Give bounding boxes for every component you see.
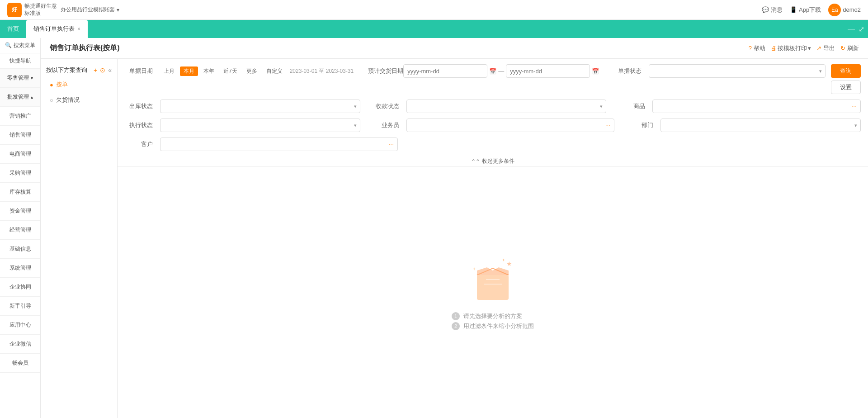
sidebar-item-retail[interactable]: 零售管理 ▾ — [0, 69, 40, 88]
salesperson-field[interactable]: ··· — [406, 119, 615, 132]
scheme-item-by-order[interactable]: ● 按单 — [41, 77, 117, 92]
help-button[interactable]: ? 帮助 — [749, 44, 765, 52]
dept-select[interactable] — [660, 119, 861, 132]
top-bar: 好 畅捷通好生意 标准版 办公用品行业模拟账套 ▾ 💬 消息 📱 App下载 E… — [0, 0, 868, 20]
empty-illustration: ★ ✦ ✦ — [466, 252, 520, 307]
status-label: 单据状态 — [613, 67, 645, 75]
sidebar-item-app-center[interactable]: 应用中心 — [0, 316, 40, 335]
sidebar-search[interactable]: 🔍 搜索菜单 — [0, 38, 40, 53]
left-panel-header: 按以下方案查询 + ⊙ « — [41, 63, 117, 77]
download-icon: 📱 — [790, 6, 797, 13]
user-menu[interactable]: Ea demo2 — [828, 4, 861, 16]
exec-status-label: 执行状态 — [125, 121, 156, 129]
page-actions: ? 帮助 🖨 按模板打印 ▾ ↗ 导出 ↻ 刷新 — [749, 44, 859, 52]
salesperson-label: 业务员 — [371, 121, 403, 129]
delivery-status-select[interactable] — [160, 100, 360, 113]
date-tab-7days[interactable]: 近7天 — [220, 66, 241, 76]
tab-bar: 首页 销售订单执行表 × — ⤢ — [0, 20, 868, 38]
calendar-start-icon[interactable]: 📅 — [489, 68, 496, 75]
salesperson-more-icon[interactable]: ··· — [605, 122, 611, 129]
sidebar-item-operations[interactable]: 经营管理 — [0, 221, 40, 240]
empty-state: ★ ✦ ✦ 1 请先选择要分析的方案 — [118, 166, 868, 418]
dept-label: 部门 — [625, 121, 657, 129]
refresh-button[interactable]: ↻ 刷新 — [840, 44, 859, 52]
goods-more-icon[interactable]: ··· — [851, 103, 857, 110]
goods-field[interactable]: ··· — [652, 100, 861, 113]
collapse-button[interactable]: ⌃⌃ 收起更多条件 — [125, 155, 861, 166]
sidebar-item-marketing[interactable]: 营销推广 — [0, 107, 40, 126]
export-icon: ↗ — [816, 45, 821, 52]
date-tab-current-year[interactable]: 本年 — [200, 66, 218, 76]
calendar-end-icon[interactable]: 📅 — [592, 68, 599, 75]
sidebar-item-purchase[interactable]: 采购管理 — [0, 164, 40, 183]
scheme-item-shortage[interactable]: ○ 欠货情况 — [41, 92, 117, 108]
app-dropdown[interactable]: 办公用品行业模拟账套 ▾ — [61, 6, 119, 14]
expected-date-label: 预计交货日期 — [368, 67, 400, 75]
sidebar-item-sales[interactable]: 销售管理 — [0, 126, 40, 145]
app-download-button[interactable]: 📱 App下载 — [790, 6, 821, 14]
filter-row-3: 执行状态 业务员 ··· 部门 — [125, 119, 861, 132]
sidebar-item-basic-info[interactable]: 基础信息 — [0, 240, 40, 259]
tab-sales-order[interactable]: 销售订单执行表 × — [26, 20, 88, 38]
sidebar-item-ecommerce[interactable]: 电商管理 — [0, 145, 40, 164]
date-tab-more[interactable]: 更多 — [243, 66, 261, 76]
delivery-status-label: 出库状态 — [125, 102, 156, 110]
status-select[interactable] — [649, 64, 826, 78]
date-tab-current-month[interactable]: 本月 — [180, 66, 198, 76]
add-scheme-button[interactable]: + — [94, 66, 97, 74]
message-button[interactable]: 💬 消息 — [762, 6, 783, 14]
export-button[interactable]: ↗ 导出 — [816, 44, 835, 52]
top-bar-right: 💬 消息 📱 App下载 Ea demo2 — [762, 4, 861, 16]
query-button[interactable]: 查询 — [831, 64, 861, 78]
filter-row-2: 出库状态 收款状态 商品 — [125, 100, 861, 113]
empty-icon-svg: ★ ✦ ✦ — [468, 255, 518, 304]
left-panel: 按以下方案查询 + ⊙ « ● 按单 ○ 欠货情况 — [41, 59, 118, 418]
svg-text:★: ★ — [506, 260, 512, 267]
hint-number-2: 2 — [452, 322, 460, 330]
tab-close-icon[interactable]: × — [77, 26, 80, 32]
expected-date-start[interactable] — [403, 64, 487, 78]
page-header: 销售订单执行表(按单) ? 帮助 🖨 按模板打印 ▾ ↗ 导出 ↻ 刷新 — [41, 38, 868, 59]
exec-status-select[interactable] — [160, 119, 360, 132]
content-body: 按以下方案查询 + ⊙ « ● 按单 ○ 欠货情况 — [41, 59, 868, 418]
sidebar-quick-nav[interactable]: 快捷导航 — [0, 53, 40, 69]
sidebar-item-system[interactable]: 系统管理 — [0, 259, 40, 278]
left-panel-actions: + ⊙ « — [94, 66, 112, 74]
logo-icon: 好 — [7, 3, 22, 17]
message-icon: 💬 — [762, 6, 769, 13]
payment-status-label: 收款状态 — [371, 102, 403, 110]
setting-button[interactable]: 设置 — [831, 81, 861, 94]
date-tab-custom[interactable]: 自定义 — [263, 66, 286, 76]
date-tab-last-month[interactable]: 上月 — [160, 66, 178, 76]
sidebar-item-enterprise-wechat[interactable]: 企业微信 — [0, 335, 40, 354]
sidebar-item-wholesale[interactable]: 批发管理 ▴ — [0, 88, 40, 107]
tab-bar-actions: — ⤢ — [848, 25, 868, 33]
customer-more-icon[interactable]: ··· — [388, 141, 394, 148]
sidebar-item-inventory[interactable]: 库存核算 — [0, 183, 40, 202]
svg-rect-0 — [477, 275, 509, 300]
filter-content: 单据日期 上月 本月 本年 近7天 更多 自定义 2023-03-01 至 20… — [118, 59, 868, 418]
payment-status-select[interactable] — [406, 100, 607, 113]
sidebar-item-new-guide[interactable]: 新手引导 — [0, 297, 40, 316]
collapse-panel-button[interactable]: « — [108, 66, 112, 74]
empty-hint-2: 2 用过滤条件来缩小分析范围 — [452, 322, 534, 330]
svg-text:✦: ✦ — [472, 266, 476, 271]
sidebar-item-member[interactable]: 畅会员 — [0, 354, 40, 373]
empty-hints: 1 请先选择要分析的方案 2 用过滤条件来缩小分析范围 — [452, 312, 534, 332]
expected-date-end[interactable] — [506, 64, 590, 78]
edit-scheme-button[interactable]: ⊙ — [100, 66, 105, 74]
tab-maximize-icon[interactable]: ⤢ — [859, 25, 864, 33]
tab-home[interactable]: 首页 — [0, 20, 26, 38]
customer-field[interactable]: ··· — [160, 138, 398, 151]
print-dropdown-icon: ▾ — [808, 45, 811, 52]
date-label: 单据日期 — [125, 67, 156, 75]
avatar: Ea — [828, 4, 841, 16]
print-button[interactable]: 🖨 按模板打印 ▾ — [771, 44, 811, 52]
date-tabs: 上月 本月 本年 近7天 更多 自定义 — [160, 66, 286, 76]
tab-minimize-icon[interactable]: — — [848, 25, 855, 33]
top-bar-left: 好 畅捷通好生意 标准版 办公用品行业模拟账套 ▾ — [7, 3, 119, 17]
chevron-down-icon: ▾ — [31, 76, 33, 81]
print-icon: 🖨 — [771, 45, 777, 52]
sidebar-item-finance[interactable]: 资金管理 — [0, 202, 40, 221]
sidebar-item-enterprise[interactable]: 企业协同 — [0, 278, 40, 297]
